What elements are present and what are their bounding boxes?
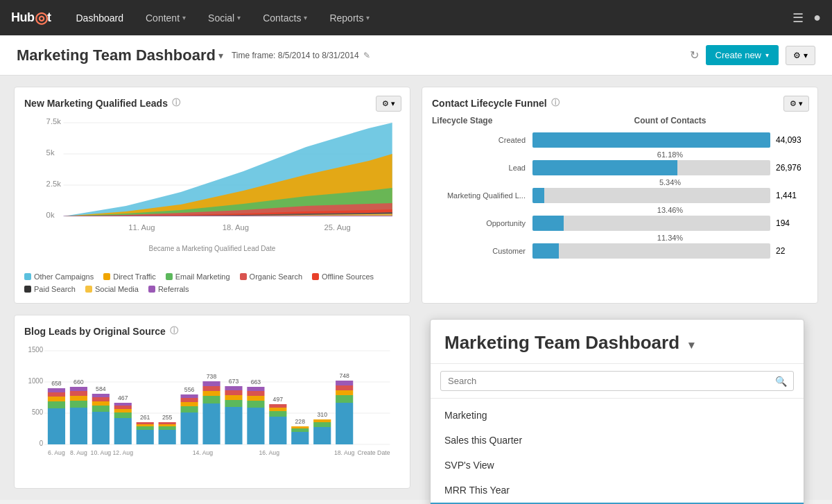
gear-caret-icon: ▾ [804, 51, 808, 60]
funnel-chart-title: Contact Lifecycle Funnel ⓘ [432, 97, 808, 109]
funnel-label-mql: Marketing Qualified L... [432, 191, 532, 200]
create-new-button[interactable]: Create new ▾ [706, 45, 779, 65]
svg-rect-48 [114, 406, 132, 409]
svg-rect-52 [137, 426, 154, 430]
menu-icon[interactable]: ☰ [792, 10, 804, 26]
logo-text: Hub [11, 10, 35, 25]
edit-icon[interactable]: ✎ [363, 51, 370, 60]
dropdown-item-marketing[interactable]: Marketing [431, 403, 804, 428]
svg-rect-68 [202, 396, 220, 403]
svg-rect-65 [181, 394, 198, 398]
funnel-pct-customer: 11.34% [532, 234, 808, 242]
funnel-row-lead: Lead 26,976 [432, 160, 808, 175]
svg-rect-41 [92, 401, 110, 406]
leads-chart-area: 7.5k 5k 2.5k 0k [24, 116, 400, 268]
user-icon[interactable]: ● [813, 10, 821, 25]
svg-rect-46 [114, 412, 132, 418]
funnel-pct-lead: 61.18% [532, 150, 808, 159]
svg-rect-27 [48, 408, 65, 444]
dropdown-item-svp[interactable]: SVP's View [431, 453, 804, 478]
svg-rect-64 [181, 398, 198, 402]
svg-rect-61 [181, 412, 198, 444]
svg-text:255: 255 [162, 414, 173, 421]
legend-dot-organic [240, 273, 247, 280]
leads-xaxis-label: Became a Marketing Qualified Lead Date [24, 245, 400, 252]
hubspot-logo[interactable]: Hub◎t [11, 9, 51, 27]
legend-organic-search: Organic Search [240, 272, 302, 281]
subheader-actions: ↻ Create new ▾ ⚙ ▾ [690, 45, 815, 65]
funnel-count-opportunity: 194 [776, 218, 808, 228]
svg-rect-63 [181, 402, 198, 406]
nav-reports[interactable]: Reports ▾ [318, 0, 381, 35]
svg-rect-95 [313, 422, 331, 427]
nav-dashboard[interactable]: Dashboard [65, 0, 135, 35]
blog-leads-chart-area: 1500 1000 500 0 658 [24, 344, 400, 478]
svg-text:0: 0 [40, 440, 44, 447]
timeframe-label: Time frame: 8/5/2014 to 8/31/2014 [232, 51, 359, 60]
svg-rect-31 [48, 388, 65, 392]
funnel-count-created: 44,093 [776, 135, 808, 145]
dropdown-title-bar: Marketing Team Dashboard ▾ [431, 320, 804, 364]
dashboard-gear-button[interactable]: ⚙ ▾ [786, 46, 815, 65]
legend-dot-offline [312, 273, 319, 280]
dropdown-caret-icon[interactable]: ▾ [688, 339, 694, 351]
dropdown-item-sales[interactable]: Sales this Quarter [431, 428, 804, 453]
dropdown-list: Marketing Sales this Quarter SVP's View … [431, 399, 804, 504]
svg-rect-58 [159, 424, 176, 426]
svg-rect-43 [92, 394, 110, 397]
svg-rect-39 [92, 412, 110, 444]
svg-rect-62 [181, 406, 198, 412]
svg-rect-96 [313, 419, 331, 422]
svg-rect-82 [247, 391, 264, 396]
social-arrow-icon: ▾ [237, 14, 241, 21]
svg-text:748: 748 [339, 372, 349, 379]
svg-rect-56 [159, 430, 176, 444]
legend-email-marketing: Email Marketing [166, 272, 230, 281]
blog-info-icon[interactable]: ⓘ [170, 325, 178, 337]
svg-rect-98 [336, 403, 353, 444]
svg-rect-47 [114, 409, 132, 412]
svg-rect-99 [336, 395, 353, 403]
svg-rect-83 [247, 387, 264, 391]
create-caret-icon: ▾ [765, 51, 769, 59]
svg-rect-88 [269, 404, 286, 408]
legend-social-media: Social Media [85, 285, 139, 293]
nav-content[interactable]: Content ▾ [135, 0, 197, 35]
funnel-card-gear[interactable]: ⚙ ▾ [783, 96, 809, 112]
svg-rect-35 [70, 396, 87, 401]
funnel-chart-card: Contact Lifecycle Funnel ⓘ ⚙ ▾ Lifecycle… [422, 87, 818, 304]
svg-rect-75 [225, 395, 242, 400]
svg-rect-34 [70, 401, 87, 408]
leads-card-gear[interactable]: ⚙ ▾ [376, 96, 401, 112]
legend-dot-paid [24, 286, 31, 293]
funnel-count-customer: 22 [776, 246, 808, 256]
nav-contacts[interactable]: Contacts ▾ [252, 0, 318, 35]
funnel-count-header: Count of Contacts [532, 116, 808, 125]
search-field-wrap: 🔍 [440, 371, 794, 391]
svg-text:497: 497 [273, 396, 284, 403]
funnel-bar-mql [532, 188, 770, 203]
legend-other-campaigns: Other Campaigns [24, 272, 94, 281]
title-dropdown-arrow[interactable]: ▾ [218, 50, 223, 61]
content-arrow-icon: ▾ [182, 14, 186, 21]
svg-text:25. Aug: 25. Aug [324, 224, 351, 232]
svg-rect-33 [70, 408, 87, 444]
svg-rect-81 [247, 396, 264, 401]
svg-text:738: 738 [207, 373, 217, 380]
nav-social[interactable]: Social ▾ [197, 0, 252, 35]
svg-rect-77 [225, 386, 242, 390]
svg-rect-70 [202, 386, 220, 391]
blog-leads-title: Blog Leads by Original Source ⓘ [24, 325, 400, 337]
svg-rect-30 [48, 392, 65, 397]
leads-area-svg: 7.5k 5k 2.5k 0k [24, 116, 400, 241]
svg-rect-76 [225, 390, 242, 395]
svg-text:310: 310 [317, 411, 327, 418]
svg-text:18. Aug: 18. Aug [223, 224, 249, 232]
dropdown-item-mrr[interactable]: MRR This Year [431, 478, 804, 503]
svg-text:5k: 5k [46, 149, 55, 157]
refresh-icon[interactable]: ↻ [690, 49, 699, 62]
svg-rect-36 [70, 391, 87, 396]
funnel-info-icon[interactable]: ⓘ [551, 97, 560, 109]
leads-info-icon[interactable]: ⓘ [172, 97, 180, 109]
dashboard-search-input[interactable] [440, 371, 794, 391]
